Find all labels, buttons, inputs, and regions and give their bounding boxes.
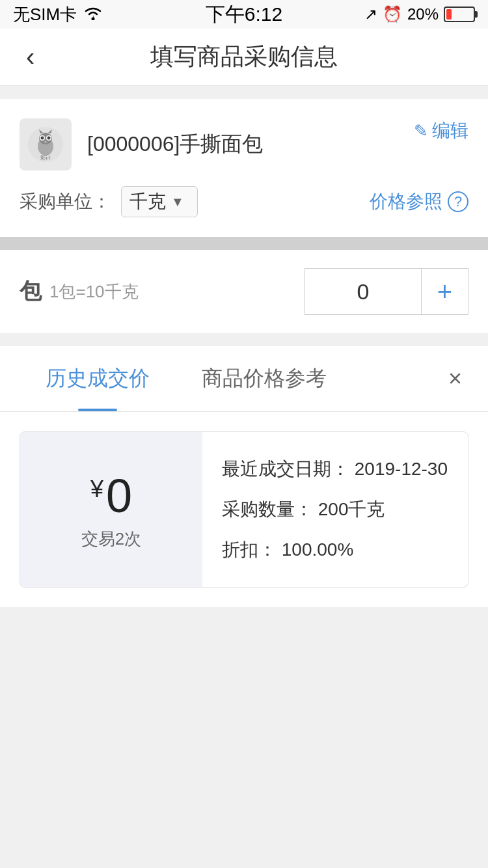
quantity-unit-desc: 1包=10千克 (49, 280, 139, 303)
price-detail-discount: 折扣： 100.00% (222, 536, 448, 563)
price-left-panel: ¥ 0 交易2次 (20, 432, 202, 587)
quantity-controls: + (305, 268, 468, 315)
price-trade-count: 交易2次 (81, 528, 141, 550)
status-right-icons: ↗ ⏰ 20% (364, 5, 475, 23)
unit-value: 千克 (129, 189, 166, 214)
main-content: 历史成交价 商品价格参考 × ¥ 0 交易2次 最近成交日期： 2019- (0, 346, 488, 737)
price-discount-label: 折扣： (222, 539, 277, 560)
price-date-value: 2019-12-30 (355, 459, 448, 479)
svg-point-6 (41, 137, 44, 140)
section-divider (0, 237, 488, 250)
product-logo: 彩计 (20, 118, 72, 170)
product-info: 彩计 [0000006]手撕面包 (20, 118, 263, 170)
tab-bar: 历史成交价 商品价格参考 × (0, 346, 488, 412)
quantity-plus-button[interactable]: + (422, 268, 468, 315)
price-amount: ¥ 0 (90, 469, 132, 522)
price-currency: ¥ (90, 476, 103, 503)
tab-price-reference[interactable]: 商品价格参考 (176, 346, 353, 411)
price-discount-value: 100.00% (282, 539, 354, 560)
price-ref-help-icon: ? (448, 191, 468, 212)
price-qty-label: 采购数量： (222, 499, 313, 519)
tab-close-button[interactable]: × (442, 359, 468, 399)
dropdown-arrow-icon: ▼ (171, 195, 184, 210)
quantity-unit-badge: 包 (20, 277, 42, 306)
location-icon: ↗ (364, 5, 377, 23)
svg-text:彩计: 彩计 (40, 155, 51, 161)
price-qty-value: 200千克 (318, 499, 385, 519)
edit-label: 编辑 (432, 118, 468, 143)
tab-price-reference-label: 商品价格参考 (202, 366, 327, 390)
edit-button[interactable]: ✎ 编辑 (414, 118, 468, 143)
product-name: [0000006]手撕面包 (87, 130, 263, 159)
alarm-icon: ⏰ (383, 5, 402, 23)
svg-point-7 (47, 137, 51, 140)
back-button[interactable]: ‹ (20, 36, 41, 78)
status-carrier: 无SIM卡 (13, 3, 103, 26)
price-date-label: 最近成交日期： (222, 459, 349, 479)
unit-label: 采购单位： (20, 189, 111, 214)
carrier-text: 无SIM卡 (13, 3, 77, 26)
price-info-card: ¥ 0 交易2次 最近成交日期： 2019-12-30 采购数量： 200千克 … (20, 431, 468, 588)
unit-row: 采购单位： 千克 ▼ (20, 186, 198, 217)
edit-icon: ✎ (414, 121, 428, 141)
price-detail-qty: 采购数量： 200千克 (222, 496, 448, 523)
price-value: 0 (106, 469, 132, 522)
battery-percent: 20% (407, 5, 439, 23)
status-time: 下午6:12 (206, 1, 282, 28)
quantity-label: 包 1包=10千克 (20, 277, 139, 306)
quantity-input[interactable] (305, 268, 422, 315)
price-ref-label: 价格参照 (370, 189, 442, 214)
price-right-panel: 最近成交日期： 2019-12-30 采购数量： 200千克 折扣： 100.0… (202, 432, 468, 587)
product-header: 彩计 [0000006]手撕面包 ✎ 编辑 (20, 118, 468, 170)
unit-select[interactable]: 千克 ▼ (121, 186, 198, 217)
price-content: ¥ 0 交易2次 最近成交日期： 2019-12-30 采购数量： 200千克 … (0, 412, 488, 607)
price-detail-date: 最近成交日期： 2019-12-30 (222, 455, 448, 483)
tab-history-price-label: 历史成交价 (46, 366, 150, 390)
wifi-icon (83, 5, 103, 25)
battery-icon (444, 7, 475, 22)
price-ref-button[interactable]: 价格参照 ? (370, 189, 468, 214)
nav-header: ‹ 填写商品采购信息 (0, 29, 488, 86)
tab-history-price[interactable]: 历史成交价 (20, 346, 176, 411)
page-title: 填写商品采购信息 (150, 41, 338, 73)
quantity-row: 包 1包=10千克 + (0, 250, 488, 333)
product-footer: 采购单位： 千克 ▼ 价格参照 ? (20, 186, 468, 217)
svg-point-0 (92, 17, 95, 20)
close-icon: × (448, 365, 462, 392)
product-card: 彩计 [0000006]手撕面包 ✎ 编辑 采购单位： 千克 ▼ 价格参照 ? (0, 99, 488, 237)
status-bar: 无SIM卡 下午6:12 ↗ ⏰ 20% (0, 0, 488, 29)
